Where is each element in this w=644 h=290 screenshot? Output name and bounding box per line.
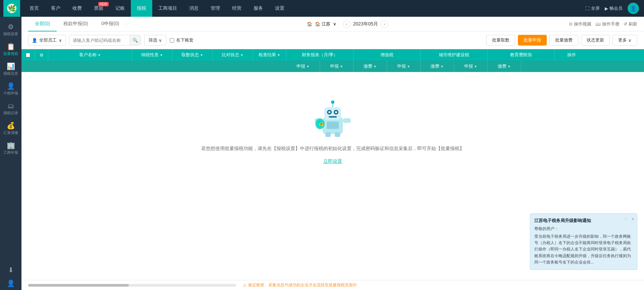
sort-icon-compare: ▼ xyxy=(240,53,244,57)
sort-icon-check: ▼ xyxy=(277,53,280,57)
next-month-button[interactable]: › xyxy=(381,20,388,28)
nav-item-accounting[interactable]: 记账 xyxy=(109,0,131,17)
table-header-row1: ⚙ 客户名称 ▼ 纳税性质 ▼ 取数状态 ▼ xyxy=(21,49,644,61)
sidebar-item-tax-records[interactable]: 🗂 报税记录 xyxy=(0,99,21,119)
toolbar-right-buttons: 批量取数 批量申报 批量缴费 状态更新 更多 ∨ xyxy=(486,35,637,46)
gear-icon: ⚙ xyxy=(40,53,44,58)
horizontal-scrollbar[interactable] xyxy=(28,284,236,287)
tab-tax-declare[interactable]: 税款申报(0) xyxy=(57,17,95,31)
th-financial-declare[interactable]: 申报 ▼ xyxy=(286,61,320,72)
sub-account-checkbox[interactable]: 名下账套 xyxy=(170,37,194,43)
region-dropdown-icon: ∨ xyxy=(333,21,336,26)
sidebar-item-help[interactable]: 👤 xyxy=(0,277,21,290)
svg-point-4 xyxy=(328,111,330,113)
tax-records-icon: 🗂 xyxy=(7,102,14,109)
status-update-button[interactable]: 状态更新 xyxy=(581,35,610,46)
th-gear-settings[interactable]: ⚙ xyxy=(35,49,48,61)
batch-fetch-button[interactable]: 批量取数 xyxy=(486,35,515,46)
employee-icon: 👤 xyxy=(32,38,37,43)
nav-item-business[interactable]: 工商项目 xyxy=(152,0,183,17)
tax-settings-icon: ⚙ xyxy=(8,23,14,30)
nav-menu: 首页 客户 收费 票据 NEW 记账 报税 工商项目 消息 管理 经营 服务 设… xyxy=(23,0,585,17)
th-checkbox[interactable] xyxy=(21,49,35,61)
manual-icon: 📖 xyxy=(595,21,601,26)
th-fetch-status[interactable]: 取数状态 ▼ xyxy=(172,49,213,61)
sidebar-item-personal-tax[interactable]: 👤 个税申报 xyxy=(0,79,21,99)
batch-declare-button[interactable]: 批量申报 xyxy=(518,35,547,46)
fullscreen-icon: ⛶ xyxy=(585,6,590,11)
th-tax-type[interactable]: 纳税性质 ▼ xyxy=(132,49,172,61)
tax-overview-icon: 📊 xyxy=(7,63,15,70)
sort-icon-tax: ▼ xyxy=(160,53,163,57)
empty-message: 若您想使用批量报税功能，请先在【报税设置】中进行报税的初始化设置，完成密码验证和… xyxy=(201,146,464,152)
refresh-button[interactable]: ↺ 刷新 xyxy=(624,21,637,27)
member-button[interactable]: ▶ 畅会员 xyxy=(605,5,623,11)
nav-item-message[interactable]: 消息 xyxy=(183,0,205,17)
notification-minimize-button[interactable]: − xyxy=(625,216,627,221)
avatar-icon: 👤 xyxy=(630,5,637,12)
th-compare-status[interactable]: 比对状态 ▼ xyxy=(213,49,253,61)
location-icon: 🏠 xyxy=(307,21,312,26)
sidebar-item-settlement[interactable]: 💰 汇算清缴 xyxy=(0,119,21,139)
th-check-result[interactable]: 检查结果 ▼ xyxy=(253,49,286,61)
th-urban-pay[interactable]: 缴费 ▼ xyxy=(421,61,454,72)
th-vat-pay[interactable]: 缴费 ▼ xyxy=(354,61,387,72)
nav-item-invoice[interactable]: 票据 NEW xyxy=(88,0,109,17)
refresh-icon: ↺ xyxy=(624,21,627,26)
download-icon: ⬇ xyxy=(8,267,14,273)
employee-select[interactable]: 👤 全部员工 ∨ xyxy=(28,35,66,46)
sort-icon-urban-dec: ▼ xyxy=(407,65,410,68)
search-button[interactable]: 🔍 xyxy=(130,35,141,46)
tab-zero-declare[interactable]: 0申报(0) xyxy=(95,17,126,31)
batch-pay-button[interactable]: 批量缴费 xyxy=(549,35,578,46)
search-input[interactable] xyxy=(69,38,130,43)
nav-item-customer[interactable]: 客户 xyxy=(45,0,66,17)
scroll-thumb[interactable] xyxy=(28,284,129,287)
th-customer-name[interactable]: 客户名称 ▼ xyxy=(48,49,132,61)
nav-item-home[interactable]: 首页 xyxy=(23,0,45,17)
manual-button[interactable]: 📖 操作手册 xyxy=(595,21,620,27)
th-edu-pay[interactable]: 缴费 ▼ xyxy=(488,61,521,72)
help-icon: 👤 xyxy=(7,280,15,287)
svg-rect-11 xyxy=(325,132,331,137)
filter-button[interactable]: 筛选 ∨ xyxy=(144,35,166,46)
th-vat-declare[interactable]: 申报 ▼ xyxy=(320,61,354,72)
more-button[interactable]: 更多 ∨ xyxy=(612,35,637,46)
notification-text: 受当前电子税务局进一步升级的影响，同一个政务网账号（办税人）名下的企业不能再同时… xyxy=(534,233,633,266)
th-urban-declare[interactable]: 申报 ▼ xyxy=(387,61,421,72)
sidebar-item-tax-overview[interactable]: 📊 报税总览 xyxy=(0,60,21,79)
sort-icon-vat-pay: ▼ xyxy=(373,65,377,68)
sidebar-item-download[interactable]: ⬇ xyxy=(0,263,21,277)
table-header-row2: 申报 ▼ 申报 ▼ 缴费 ▼ 申报 ▼ xyxy=(21,61,644,72)
nav-item-settings[interactable]: 设置 xyxy=(269,0,290,17)
nav-item-tax[interactable]: 报税 xyxy=(131,0,152,17)
sort-icon-fin-dec: ▼ xyxy=(306,65,310,68)
video-tutorial-button[interactable]: ⊙ 操作视频 xyxy=(569,21,591,27)
th-financial-report: 财务报表（月/季） xyxy=(286,49,354,61)
nav-item-manage[interactable]: 管理 xyxy=(205,0,226,17)
nav-right-actions: ⛶ 全屏 ▶ 畅会员 👤 xyxy=(585,3,644,14)
member-icon: ▶ xyxy=(605,6,608,11)
prev-month-button[interactable]: ‹ xyxy=(343,20,351,28)
notification-close-button[interactable]: × xyxy=(632,216,634,222)
nav-item-fee[interactable]: 收费 xyxy=(66,0,88,17)
svg-point-7 xyxy=(331,100,334,104)
logo-icon: 🌿 xyxy=(6,3,17,14)
svg-rect-13 xyxy=(327,122,339,129)
settlement-icon: 💰 xyxy=(7,122,15,129)
nav-item-service[interactable]: 服务 xyxy=(248,0,269,17)
tab-all[interactable]: 全部(0) xyxy=(28,17,57,31)
region-select[interactable]: 🏠 🏠 江苏 ∨ xyxy=(307,21,336,27)
sidebar-item-batch-tax[interactable]: 📋 批量报税 xyxy=(0,40,21,60)
annual-report-icon: 🏢 xyxy=(7,142,15,149)
th-edu-declare[interactable]: 申报 ▼ xyxy=(454,61,488,72)
setup-link[interactable]: 立即设置 xyxy=(323,158,342,164)
batch-tax-icon: 📋 xyxy=(7,43,15,50)
user-avatar[interactable]: 👤 xyxy=(628,3,639,14)
nav-item-operation[interactable]: 经营 xyxy=(226,0,248,17)
sidebar-item-tax-settings[interactable]: ⚙ 报税设置 xyxy=(0,20,21,40)
video-icon: ⊙ xyxy=(569,21,573,26)
notification-title: 江苏电子税务局升级影响通知 xyxy=(534,218,633,224)
sidebar-item-annual-report[interactable]: 🏢 工商年报 xyxy=(0,139,21,158)
fullscreen-button[interactable]: ⛶ 全屏 xyxy=(585,5,600,11)
